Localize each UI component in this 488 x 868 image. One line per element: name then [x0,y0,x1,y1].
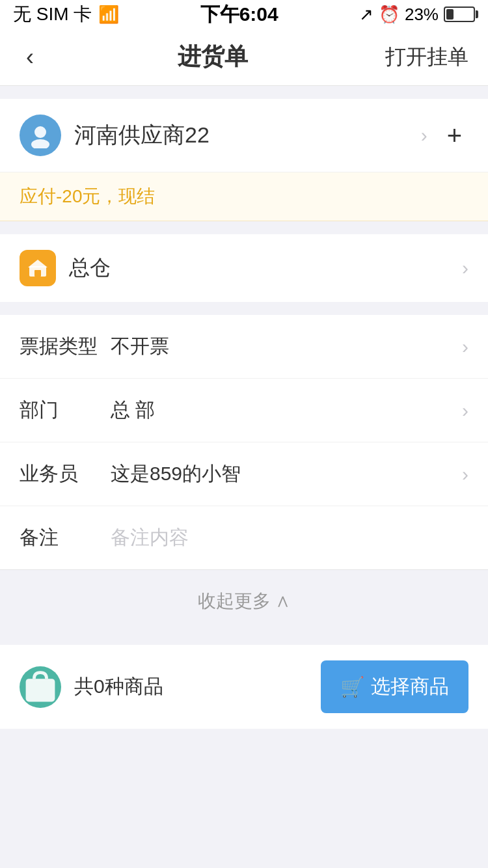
department-chevron-icon: › [462,400,468,422]
supplier-avatar-icon [27,122,53,148]
department-label: 部门 [20,397,111,424]
warehouse-icon [20,250,56,286]
warehouse-svg-icon [27,257,49,279]
supplier-row[interactable]: 河南供应商22 › + [0,99,488,172]
battery-percentage: 23% [405,5,439,25]
open-pending-button[interactable]: 打开挂单 [385,43,468,72]
department-row[interactable]: 部门 总 部 › [0,379,488,442]
remark-input[interactable]: 备注内容 [111,524,468,551]
battery-icon [444,7,475,22]
collapse-button[interactable]: 收起更多 ∧ [198,591,291,611]
salesman-label: 业务员 [20,461,111,487]
svg-rect-5 [26,679,55,701]
form-section: 票据类型 不开票 › 部门 总 部 › 业务员 这是859的小智 › 备注 备注… [0,315,488,569]
department-value: 总 部 [111,397,462,424]
supplier-section: 河南供应商22 › + 应付-20元，现结 [0,99,488,221]
status-right: ↗ ⏰ 23% [359,5,475,25]
add-button[interactable]: + [441,121,468,150]
status-time: 下午6:04 [200,1,278,28]
select-product-button[interactable]: 🛒 选择商品 [321,660,468,713]
collapse-row[interactable]: 收起更多 ∧ [0,569,488,632]
status-left: 无 SIM 卡 📶 [13,2,119,27]
nav-bar: ‹ 进货单 打开挂单 [0,29,488,86]
section-gap-1 [0,86,488,99]
invoice-row[interactable]: 票据类型 不开票 › [0,315,488,379]
back-button[interactable]: ‹ [20,37,40,77]
svg-rect-4 [34,270,41,277]
wifi-icon: 📶 [98,5,119,25]
product-svg-icon [20,666,61,708]
section-gap-3 [0,302,488,315]
invoice-chevron-icon: › [462,336,468,358]
remark-label: 备注 [20,524,111,551]
salesman-row[interactable]: 业务员 这是859的小智 › [0,442,488,506]
svg-marker-3 [28,260,47,267]
alarm-icon: ⏰ [379,5,400,25]
product-section: 共0种商品 🛒 选择商品 [0,645,488,729]
product-count: 共0种商品 [74,673,321,700]
carrier-label: 无 SIM 卡 [13,2,92,27]
warehouse-section[interactable]: 总仓 › [0,234,488,302]
invoice-value: 不开票 [111,333,462,360]
select-icon: 🛒 [340,675,364,698]
alert-row: 应付-20元，现结 [0,172,488,221]
salesman-chevron-icon: › [462,463,468,485]
supplier-name: 河南供应商22 [74,120,421,150]
warehouse-name: 总仓 [69,254,462,282]
supplier-chevron-icon: › [421,124,427,146]
supplier-avatar [20,115,61,156]
invoice-label: 票据类型 [20,333,111,360]
svg-point-0 [34,126,46,138]
section-gap-2 [0,221,488,234]
warehouse-chevron-icon: › [462,257,468,279]
svg-point-1 [31,139,49,148]
location-icon: ↗ [359,5,373,25]
select-label: 选择商品 [371,673,449,700]
alert-text: 应付-20元，现结 [20,186,155,206]
salesman-value: 这是859的小智 [111,461,462,487]
warehouse-row[interactable]: 总仓 › [0,234,488,302]
status-bar: 无 SIM 卡 📶 下午6:04 ↗ ⏰ 23% [0,0,488,29]
remark-row[interactable]: 备注 备注内容 [0,506,488,569]
page-title: 进货单 [178,41,248,73]
product-icon [20,666,61,708]
